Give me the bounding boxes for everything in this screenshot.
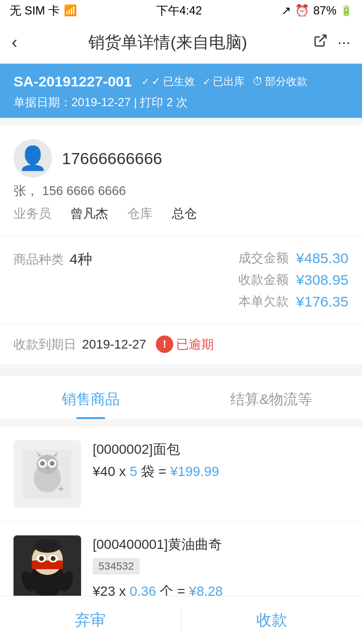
due-date-value: 2019-12-27 (82, 337, 146, 352)
svg-text:+: + (58, 483, 64, 495)
check-icon-2: ✓ (203, 76, 211, 87)
product-info-2: [000400001]黄油曲奇 534532 ¥23 x 0.36 个 = ¥8… (93, 535, 348, 601)
summary-left: 商品种类 4种 (14, 250, 92, 269)
customer-sub: 张， 156 6666 6666 (14, 182, 348, 199)
tabs-section: 销售商品 结算&物流等 (0, 372, 362, 419)
avatar: 👤 (14, 139, 52, 178)
debt-amount-label: 本单欠款 (238, 293, 289, 310)
share-icon[interactable] (313, 33, 328, 52)
more-icon[interactable]: ··· (337, 33, 350, 51)
cancel-label: 弃审 (75, 610, 106, 631)
types-value: 4种 (70, 250, 92, 269)
types-label: 商品种类 (14, 251, 64, 268)
location-icon: ↗ (281, 4, 291, 17)
confirm-button[interactable]: 收款 (181, 596, 362, 644)
order-meta: 单据日期：2019-12-27 | 打印 2 次 (14, 95, 348, 110)
multiply-icon-1: x (119, 464, 126, 479)
customer-section: 👤 17666666666 张， 156 6666 6666 业务员 曾凡杰 仓… (0, 126, 362, 236)
receipt-amount-label: 收款金额 (238, 271, 289, 288)
unit-1: 袋 (141, 462, 154, 481)
status-right: ↗ ⏰ 87% 🔋 (281, 4, 352, 17)
receipt-amount-value: ¥308.95 (296, 272, 348, 288)
svg-point-18 (39, 556, 44, 561)
order-badges: ✓ ✓ 已生效 ✓ 已出库 ⏱ 部分收款 (141, 74, 307, 89)
deal-amount-row: 成交金额 ¥485.30 (238, 250, 348, 266)
svg-point-7 (50, 461, 55, 466)
svg-point-19 (51, 556, 56, 561)
warehouse-label: 仓库 (127, 205, 153, 222)
customer-detail-row: 业务员 曾凡杰 仓库 总仓 (14, 205, 348, 222)
overdue-icon: ! (156, 336, 173, 353)
deal-amount-label: 成交金额 (238, 250, 289, 266)
bottom-bar: 弃审 收款 (0, 596, 362, 644)
summary-section: 商品种类 4种 成交金额 ¥485.30 收款金额 ¥308.95 本单欠款 ¥… (0, 236, 362, 323)
price-qty-1: 5 (130, 464, 138, 479)
overdue-badge: ! 已逾期 (156, 336, 214, 353)
sales-value: 曾凡杰 (70, 205, 108, 222)
debt-amount-row: 本单欠款 ¥176.35 (238, 293, 348, 310)
battery-icon: 🔋 (340, 5, 352, 16)
order-number: SA-20191227-001 (14, 73, 132, 90)
sim-label: 无 SIM 卡 (10, 3, 60, 18)
product-name-2: [000400001]黄油曲奇 (93, 535, 348, 554)
tabs-row: 销售商品 结算&物流等 (0, 376, 362, 419)
svg-rect-15 (32, 560, 63, 569)
badge-effective: ✓ ✓ 已生效 (141, 74, 195, 89)
price-total-1: ¥199.99 (170, 464, 219, 479)
status-bar: 无 SIM 卡 📶 下午4:42 ↗ ⏰ 87% 🔋 (0, 0, 362, 21)
deal-amount-value: ¥485.30 (296, 250, 348, 266)
overdue-text: 已逾期 (176, 336, 214, 353)
alarm-icon: ⏰ (295, 4, 309, 17)
page-title: 销货单详情(来自电脑) (22, 31, 313, 54)
customer-phone: 17666666666 (62, 149, 162, 168)
product-thumb-2: diamond whale (14, 535, 81, 603)
product-name-1: [0000002]面包 (93, 440, 348, 459)
confirm-label: 收款 (256, 610, 287, 631)
due-date-section: 收款到期日 2019-12-27 ! 已逾期 (0, 324, 362, 364)
nav-bar: ‹ 销货单详情(来自电脑) ··· (0, 21, 362, 64)
nav-right-icons: ··· (313, 33, 350, 52)
tab-sales-products[interactable]: 销售商品 (0, 376, 181, 419)
back-button[interactable]: ‹ (7, 28, 22, 57)
summary-right: 成交金额 ¥485.30 收款金额 ¥308.95 本单欠款 ¥176.35 (238, 250, 348, 310)
warehouse-value: 总仓 (172, 205, 197, 222)
product-list: + [0000002]面包 ¥40 x 5 袋 = ¥199.99 (0, 427, 362, 617)
product-tag-wrapper: 534532 (93, 558, 348, 579)
customer-name-text: 张 (14, 183, 26, 198)
debt-amount-value: ¥176.35 (296, 294, 348, 310)
tab-indicator (76, 417, 105, 419)
section-divider (0, 364, 362, 372)
svg-point-20 (34, 539, 61, 553)
price-base-1: ¥40 (93, 464, 115, 479)
product-code-2: [000400001] (93, 537, 168, 552)
equals-1: = (158, 464, 166, 479)
customer-mobile: 156 6666 6666 (42, 183, 126, 198)
battery-label: 87% (313, 4, 336, 17)
tab-sales-label: 销售商品 (62, 391, 120, 407)
cancel-button[interactable]: 弃审 (0, 596, 181, 644)
badge-partial: ⏱ 部分收款 (252, 74, 307, 89)
wifi-icon: 📶 (64, 4, 77, 17)
tab-settlement[interactable]: 结算&物流等 (181, 376, 362, 419)
status-left: 无 SIM 卡 📶 (10, 3, 77, 18)
tab-settlement-label: 结算&物流等 (230, 391, 312, 407)
avatar-icon: 👤 (18, 145, 47, 172)
product-info-1: [0000002]面包 ¥40 x 5 袋 = ¥199.99 (93, 440, 348, 481)
badge-shipped: ✓ 已出库 (203, 74, 245, 89)
product-thumb-1: + (14, 440, 81, 508)
svg-line-0 (320, 35, 326, 42)
product-tag-2: 534532 (93, 558, 139, 574)
check-icon-1: ✓ (141, 76, 150, 87)
summary-row: 商品种类 4种 成交金额 ¥485.30 收款金额 ¥308.95 本单欠款 ¥… (14, 250, 348, 310)
product-code-1: [0000002] (93, 442, 153, 457)
customer-row: 👤 17666666666 (14, 139, 348, 178)
product-price-row-1: ¥40 x 5 袋 = ¥199.99 (93, 462, 348, 481)
product-item: + [0000002]面包 ¥40 x 5 袋 = ¥199.99 (0, 427, 362, 522)
receipt-amount-row: 收款金额 ¥308.95 (238, 271, 348, 288)
sales-label: 业务员 (14, 205, 51, 222)
due-date-label: 收款到期日 (14, 336, 76, 353)
order-header-banner: SA-20191227-001 ✓ ✓ 已生效 ✓ 已出库 ⏱ 部分收款 单据日… (0, 64, 362, 118)
time-display: 下午4:42 (156, 3, 202, 18)
order-number-row: SA-20191227-001 ✓ ✓ 已生效 ✓ 已出库 ⏱ 部分收款 (14, 73, 348, 90)
clock-icon: ⏱ (252, 75, 263, 88)
